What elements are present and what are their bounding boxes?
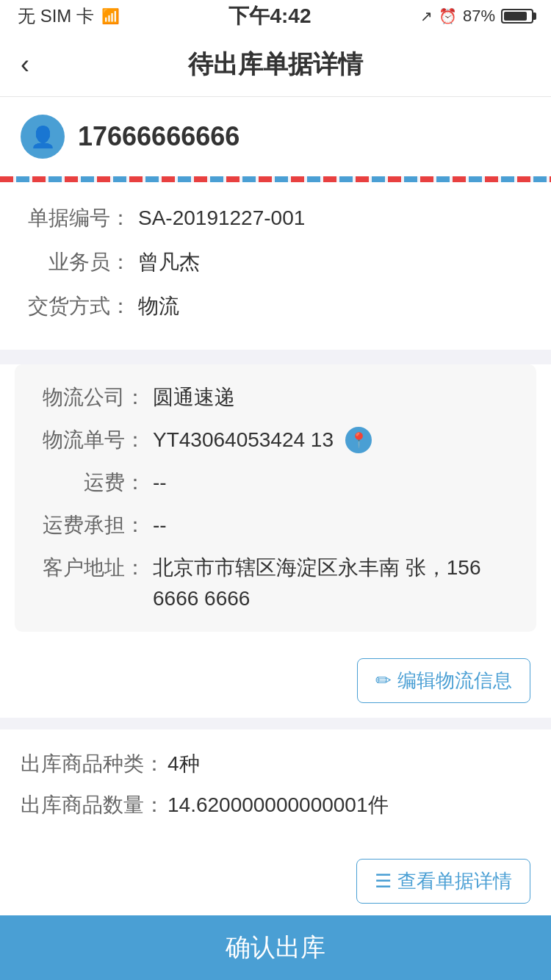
order-info-section: 单据编号： SA-20191227-001 业务员： 曾凡杰 交货方式： 物流 [0, 182, 551, 350]
delivery-method-label: 交货方式： [21, 291, 138, 322]
address-row: 客户地址： 北京市市辖区海淀区永丰南 张，156 6666 6666 [35, 552, 516, 614]
delivery-method-row: 交货方式： 物流 [21, 291, 530, 322]
goods-quantity-value: 14.620000000000001件 [168, 791, 389, 819]
dashed-divider [0, 176, 551, 182]
freight-value: -- [153, 467, 516, 498]
goods-types-value: 4种 [168, 750, 200, 778]
view-btn-row: ☰ 查看单据详情 [0, 847, 551, 921]
wifi-icon: 📶 [101, 7, 120, 25]
list-icon: ☰ [375, 870, 392, 893]
freight-bearer-row: 运费承担： -- [35, 510, 516, 541]
document-number-label: 单据编号： [21, 203, 138, 234]
status-time: 下午4:42 [228, 2, 311, 30]
tracking-number-value: YT43064053424 13 [153, 425, 334, 455]
goods-types-row: 出库商品种类： 4种 [21, 750, 530, 778]
battery-fill [504, 12, 527, 21]
confirm-btn-container: 确认出库 [0, 915, 551, 980]
view-details-label: 查看单据详情 [397, 868, 512, 894]
freight-row: 运费： -- [35, 467, 516, 498]
goods-quantity-label: 出库商品数量： [21, 791, 168, 819]
edit-logistics-label: 编辑物流信息 [397, 668, 512, 693]
freight-bearer-label: 运费承担： [35, 510, 153, 541]
delivery-method-value: 物流 [138, 291, 530, 322]
address-value: 北京市市辖区海淀区永丰南 张，156 6666 6666 [153, 552, 516, 614]
page-title: 待出库单据详情 [188, 48, 363, 82]
tracking-row: YT43064053424 13 📍 [153, 425, 372, 455]
logistics-card: 物流公司： 圆通速递 物流单号： YT43064053424 13 📍 运费： … [15, 364, 536, 632]
battery-indicator [501, 9, 533, 24]
document-number-row: 单据编号： SA-20191227-001 [21, 203, 530, 234]
avatar: 👤 [21, 115, 65, 159]
battery-percent: 87% [463, 7, 495, 26]
document-number-value: SA-20191227-001 [138, 203, 530, 234]
avatar-icon: 👤 [30, 125, 56, 149]
edit-logistics-button[interactable]: ✏ 编辑物流信息 [357, 658, 530, 703]
view-details-button[interactable]: ☰ 查看单据详情 [356, 859, 530, 904]
goods-quantity-row: 出库商品数量： 14.620000000000001件 [21, 791, 530, 819]
confirm-outbound-button[interactable]: 确认出库 [226, 931, 325, 965]
status-bar: 无 SIM 卡 📶 下午4:42 ↗ ⏰ 87% [0, 0, 551, 32]
sales-person-value: 曾凡杰 [138, 247, 530, 278]
tracking-number-row: 物流单号： YT43064053424 13 📍 [35, 425, 516, 455]
logistics-company-value: 圆通速递 [153, 382, 516, 413]
carrier-label: 无 SIM 卡 [18, 4, 94, 28]
status-right: ↗ ⏰ 87% [420, 7, 533, 26]
nav-bar: ‹ 待出库单据详情 [0, 32, 551, 97]
alarm-icon: ⏰ [439, 7, 457, 25]
freight-bearer-value: -- [153, 510, 516, 541]
location-status-icon: ↗ [420, 7, 433, 25]
freight-label: 运费： [35, 467, 153, 498]
tracking-number-label: 物流单号： [35, 425, 153, 455]
edit-btn-row: ✏ 编辑物流信息 [0, 646, 551, 718]
logistics-company-label: 物流公司： [35, 382, 153, 413]
section-divider-1 [0, 718, 551, 729]
logistics-company-row: 物流公司： 圆通速递 [35, 382, 516, 413]
status-left: 无 SIM 卡 📶 [18, 4, 120, 28]
location-pin-icon[interactable]: 📍 [345, 427, 372, 453]
customer-phone: 17666666666 [78, 121, 240, 152]
address-label: 客户地址： [35, 552, 153, 583]
sales-person-row: 业务员： 曾凡杰 [21, 247, 530, 278]
customer-header: 👤 17666666666 [0, 97, 551, 176]
sales-person-label: 业务员： [21, 247, 138, 278]
goods-types-label: 出库商品种类： [21, 750, 168, 778]
back-button[interactable]: ‹ [21, 49, 29, 80]
edit-icon: ✏ [375, 669, 392, 692]
goods-section: 出库商品种类： 4种 出库商品数量： 14.620000000000001件 [0, 729, 551, 847]
